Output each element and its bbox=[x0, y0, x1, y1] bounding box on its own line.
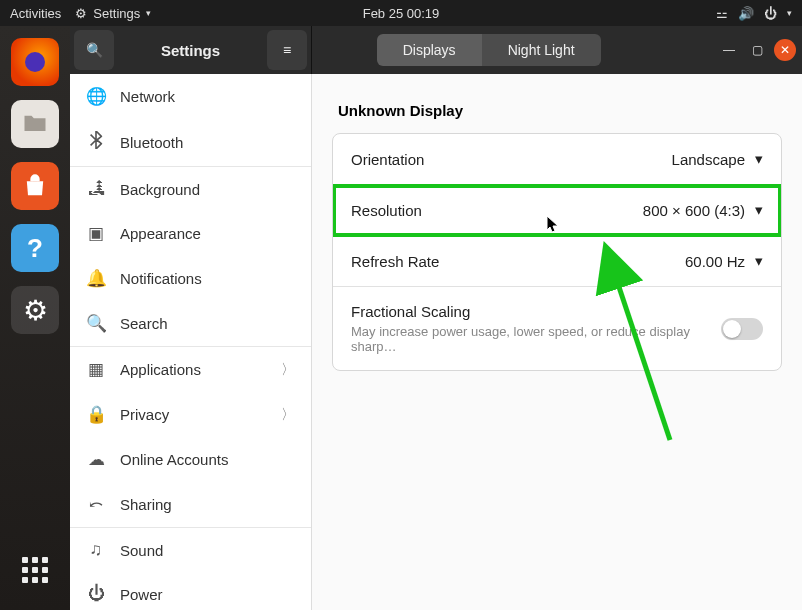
globe-icon: 🌐 bbox=[86, 86, 106, 107]
network-icon[interactable]: ⚍ bbox=[716, 6, 728, 21]
section-title: Unknown Display bbox=[338, 102, 782, 119]
sidebar-item-bluetooth[interactable]: Bluetooth bbox=[70, 119, 311, 166]
cloud-icon: ☁ bbox=[86, 449, 106, 470]
activities-button[interactable]: Activities bbox=[10, 6, 61, 21]
display-settings-group: Orientation Landscape ▾ Resolution 800 ×… bbox=[332, 133, 782, 371]
chevron-down-icon: ▾ bbox=[146, 8, 151, 18]
sidebar-item-search[interactable]: 🔍 Search bbox=[70, 301, 311, 346]
sidebar-item-sound[interactable]: ♫ Sound bbox=[70, 528, 311, 572]
sidebar-item-label: Bluetooth bbox=[120, 134, 183, 151]
dock-show-apps[interactable] bbox=[11, 546, 59, 594]
grid-icon bbox=[22, 557, 48, 583]
folder-icon bbox=[21, 110, 49, 138]
row-label: Refresh Rate bbox=[351, 253, 439, 270]
row-fractional-scaling: Fractional Scaling May increase power us… bbox=[333, 287, 781, 370]
chevron-right-icon: 〉 bbox=[281, 406, 295, 424]
chevron-down-icon: ▾ bbox=[755, 201, 763, 219]
displays-content: Unknown Display Orientation Landscape ▾ … bbox=[312, 74, 802, 610]
bell-icon: 🔔 bbox=[86, 268, 106, 289]
sidebar-item-label: Network bbox=[120, 88, 175, 105]
power-icon: ⏻ bbox=[86, 584, 106, 604]
sidebar-item-online-accounts[interactable]: ☁ Online Accounts bbox=[70, 437, 311, 482]
row-orientation[interactable]: Orientation Landscape ▾ bbox=[333, 134, 781, 185]
app-menu-label: Settings bbox=[93, 6, 140, 21]
sidebar-item-network[interactable]: 🌐 Network bbox=[70, 74, 311, 119]
sidebar-item-label: Sound bbox=[120, 542, 163, 559]
apps-icon: ▦ bbox=[86, 359, 106, 380]
maximize-button[interactable]: ▢ bbox=[746, 39, 768, 61]
tab-displays[interactable]: Displays bbox=[377, 34, 482, 66]
dock-app-firefox[interactable] bbox=[11, 38, 59, 86]
close-button[interactable]: ✕ bbox=[774, 39, 796, 61]
dock-app-settings[interactable]: ⚙ bbox=[11, 286, 59, 334]
row-value: 60.00 Hz bbox=[685, 253, 745, 270]
volume-icon[interactable]: 🔊 bbox=[738, 6, 754, 21]
sidebar-item-sharing[interactable]: ⤺ Sharing bbox=[70, 482, 311, 527]
row-subtitle: May increase power usage, lower speed, o… bbox=[351, 324, 721, 354]
chevron-down-icon: ▾ bbox=[755, 150, 763, 168]
picture-icon: 🏞 bbox=[86, 179, 106, 199]
hamburger-icon: ≡ bbox=[283, 42, 291, 58]
share-icon: ⤺ bbox=[86, 494, 106, 515]
gnome-top-panel: Activities ⚙ Settings ▾ Feb 25 00:19 ⚍ 🔊… bbox=[0, 0, 802, 26]
dock-app-files[interactable] bbox=[11, 100, 59, 148]
sidebar-item-applications[interactable]: ▦ Applications 〉 bbox=[70, 347, 311, 392]
sidebar-item-label: Notifications bbox=[120, 270, 202, 287]
minimize-button[interactable]: — bbox=[718, 39, 740, 61]
sidebar-item-label: Applications bbox=[120, 361, 201, 378]
chevron-down-icon: ▾ bbox=[755, 252, 763, 270]
shopping-bag-icon bbox=[21, 172, 49, 200]
row-resolution[interactable]: Resolution 800 × 600 (4:3) ▾ bbox=[333, 185, 781, 236]
music-icon: ♫ bbox=[86, 540, 106, 560]
row-label: Fractional Scaling bbox=[351, 303, 721, 320]
titlebar: 🔍 Settings ≡ Displays Night Light — ▢ ✕ bbox=[70, 26, 802, 74]
gear-icon: ⚙ bbox=[23, 294, 48, 327]
svg-point-0 bbox=[25, 52, 45, 72]
sidebar-item-label: Sharing bbox=[120, 496, 172, 513]
app-menu[interactable]: ⚙ Settings ▾ bbox=[75, 6, 151, 21]
sidebar-item-notifications[interactable]: 🔔 Notifications bbox=[70, 256, 311, 301]
sidebar-item-appearance[interactable]: ▣ Appearance bbox=[70, 211, 311, 256]
sidebar-item-privacy[interactable]: 🔒 Privacy 〉 bbox=[70, 392, 311, 437]
sidebar-item-label: Appearance bbox=[120, 225, 201, 242]
settings-window: 🔍 Settings ≡ Displays Night Light — ▢ ✕ … bbox=[70, 26, 802, 610]
gear-icon: ⚙ bbox=[75, 6, 87, 21]
search-icon: 🔍 bbox=[86, 42, 103, 58]
sidebar-item-background[interactable]: 🏞 Background bbox=[70, 167, 311, 211]
sidebar-item-label: Power bbox=[120, 586, 163, 603]
window-title: Settings bbox=[118, 42, 263, 59]
clock[interactable]: Feb 25 00:19 bbox=[363, 6, 440, 21]
settings-sidebar: 🌐 Network Bluetooth 🏞 Background ▣ Appea… bbox=[70, 74, 312, 610]
tab-night-light[interactable]: Night Light bbox=[482, 34, 601, 66]
sidebar-item-label: Online Accounts bbox=[120, 451, 228, 468]
fractional-scaling-switch[interactable] bbox=[721, 318, 763, 340]
search-icon: 🔍 bbox=[86, 313, 106, 334]
power-icon[interactable]: ⏻ bbox=[764, 6, 777, 21]
sidebar-item-label: Background bbox=[120, 181, 200, 198]
appearance-icon: ▣ bbox=[86, 223, 106, 244]
row-refresh-rate[interactable]: Refresh Rate 60.00 Hz ▾ bbox=[333, 236, 781, 287]
sidebar-item-label: Search bbox=[120, 315, 168, 332]
row-label: Orientation bbox=[351, 151, 424, 168]
row-value: 800 × 600 (4:3) bbox=[643, 202, 745, 219]
sidebar-item-label: Privacy bbox=[120, 406, 169, 423]
chevron-down-icon: ▾ bbox=[787, 8, 792, 18]
menu-button[interactable]: ≡ bbox=[267, 30, 307, 70]
row-value: Landscape bbox=[672, 151, 745, 168]
header-tabs: Displays Night Light bbox=[377, 34, 601, 66]
lock-icon: 🔒 bbox=[86, 404, 106, 425]
bluetooth-icon bbox=[86, 131, 106, 154]
row-label: Resolution bbox=[351, 202, 422, 219]
firefox-icon bbox=[20, 47, 50, 77]
dock-app-help[interactable]: ? bbox=[11, 224, 59, 272]
dock: ? ⚙ bbox=[0, 26, 70, 610]
chevron-right-icon: 〉 bbox=[281, 361, 295, 379]
dock-app-software[interactable] bbox=[11, 162, 59, 210]
sidebar-item-power[interactable]: ⏻ Power bbox=[70, 572, 311, 610]
search-button[interactable]: 🔍 bbox=[74, 30, 114, 70]
